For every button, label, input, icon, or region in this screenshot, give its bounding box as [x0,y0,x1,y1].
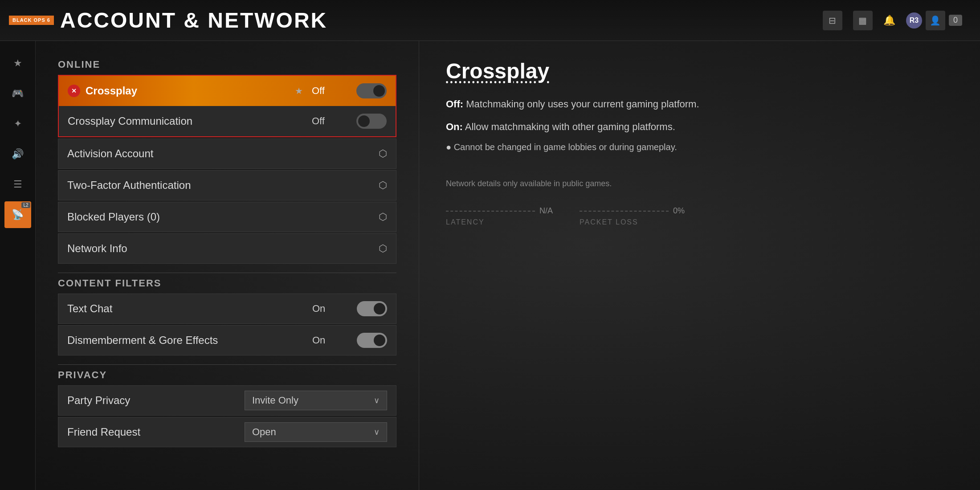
toggle-knob-comm [358,115,370,127]
game-logo: BLACK OPS 6 [9,16,54,24]
blocked-players-label: Blocked Players (0) [67,211,343,223]
friend-request-dropdown[interactable]: Open ∨ [245,422,387,442]
menu-icon[interactable]: ⊟ [823,11,842,30]
star-favorite-icon[interactable]: ★ [295,86,303,96]
controller-icon: 🎮 [12,88,24,99]
text-chat-toggle-knob [374,303,385,314]
sidebar-badge: L2 [21,202,30,208]
text-chat-value: On [312,303,348,314]
notification-area: 🔔 [883,15,895,26]
divider-content-filters [58,273,396,273]
sidebar-item-audio[interactable]: 🔊 [4,141,31,167]
packet-loss-label: PACKET LOSS [580,218,685,226]
latency-dotted-line [446,211,535,212]
sidebar-item-network[interactable]: 📡 L2 [4,201,31,228]
info-title: Crossplay [446,59,953,83]
crossplay-label: ✕ Crossplay [68,85,295,97]
external-link-icon-network: ⬡ [379,243,387,254]
network-note: Network details only available in public… [446,179,953,188]
latency-value: N/A [539,206,553,216]
privacy-section-label: PRIVACY [58,369,396,381]
gore-toggle-knob [374,335,385,346]
sidebar-item-motion[interactable]: ✦ [4,110,31,137]
page-title: ACCOUNT & NETWORK [60,8,327,33]
network-info-row[interactable]: Network Info ⬡ [58,233,396,264]
sidebar-item-interface[interactable]: ☰ [4,171,31,198]
packet-loss-line: 0% [580,206,685,216]
header: BLACK OPS 6 ACCOUNT & NETWORK ⊟ ▦ 🔔 R3 👤… [0,0,980,41]
latency-item: N/A LATENCY [446,206,553,226]
content-filters-label: CONTENT FILTERS [58,278,396,289]
friend-request-value: Open [252,426,367,438]
star-icon: ★ [13,57,22,69]
crossplay-note: Cannot be changed in game lobbies or dur… [446,142,953,152]
two-factor-label: Two-Factor Authentication [67,179,343,192]
crossplay-comm-label: Crossplay Communication [68,115,312,127]
content-area: ONLINE ✕ Crossplay ★ Off [36,41,980,490]
crossplay-off-description: Off: Matchmaking only uses your current … [446,97,953,111]
header-left: BLACK OPS 6 ACCOUNT & NETWORK [9,8,327,33]
latency-line: N/A [446,206,553,216]
divider-privacy [58,364,396,365]
interface-icon: ☰ [13,179,22,190]
profile-area: R3 👤 0 [906,11,962,30]
external-link-icon-blocked: ⬡ [379,211,387,223]
crossplay-toggle[interactable] [356,83,387,98]
settings-panel: ONLINE ✕ Crossplay ★ Off [36,41,419,490]
user-icon[interactable]: 👤 [926,11,945,30]
crossplay-comm-value: Off [312,115,347,127]
gore-label: Dismemberment & Gore Effects [67,334,312,347]
gore-row[interactable]: Dismemberment & Gore Effects On [58,325,396,355]
two-factor-row[interactable]: Two-Factor Authentication ⬡ [58,170,396,200]
crossplay-on-description: On: Allow matchmaking with other gaming … [446,119,953,134]
gore-toggle[interactable] [357,333,387,348]
latency-label: LATENCY [446,218,553,226]
text-chat-toggle[interactable] [357,301,387,316]
info-panel: Crossplay Off: Matchmaking only uses you… [419,41,980,490]
gore-value: On [312,335,348,346]
chevron-down-icon-friend: ∨ [374,427,380,437]
party-privacy-value: Invite Only [252,395,367,406]
latency-bar: N/A LATENCY 0% PACKET LOSS [446,206,953,226]
friend-count: 0 [949,15,962,26]
crossplay-comm-toggle[interactable] [356,114,387,129]
activision-account-row[interactable]: Activision Account ⬡ [58,139,396,169]
packet-loss-dotted-line [580,211,669,212]
packet-loss-item: 0% PACKET LOSS [580,206,685,226]
grid-icon[interactable]: ▦ [853,11,873,30]
crossplay-value: Off [312,85,347,97]
toggle-knob [373,85,385,97]
party-privacy-row[interactable]: Party Privacy Invite Only ∨ [58,385,396,416]
x-icon: ✕ [68,85,80,97]
text-chat-row[interactable]: Text Chat On [58,294,396,324]
sidebar-item-controller[interactable]: 🎮 [4,80,31,107]
bell-icon[interactable]: 🔔 [883,15,895,26]
profile-badge[interactable]: R3 [906,12,922,29]
motion-icon: ✦ [14,118,22,130]
sidebar-item-favorites[interactable]: ★ [4,50,31,77]
network-icon: 📡 [12,209,24,220]
sidebar: ★ 🎮 ✦ 🔊 ☰ 📡 L2 [0,41,36,490]
party-privacy-label: Party Privacy [67,394,245,407]
crossplay-communication-row[interactable]: Crossplay Communication Off [59,106,396,136]
text-chat-label: Text Chat [67,302,312,315]
crossplay-group: ✕ Crossplay ★ Off Crossplay Communicatio… [58,75,396,137]
activision-label: Activision Account [67,147,343,160]
external-link-icon: ⬡ [379,148,387,159]
network-info-label: Network Info [67,242,343,255]
friend-request-row[interactable]: Friend Request Open ∨ [58,417,396,447]
blocked-players-row[interactable]: Blocked Players (0) ⬡ [58,202,396,232]
external-link-icon-2fa: ⬡ [379,180,387,191]
main-layout: ★ 🎮 ✦ 🔊 ☰ 📡 L2 ONLINE [0,41,980,490]
packet-loss-value: 0% [673,206,685,216]
online-section-label: ONLINE [58,59,396,70]
crossplay-row[interactable]: ✕ Crossplay ★ Off [59,76,396,106]
party-privacy-dropdown[interactable]: Invite Only ∨ [245,391,387,410]
friend-request-label: Friend Request [67,426,245,438]
audio-icon: 🔊 [12,148,24,160]
chevron-down-icon: ∨ [374,396,380,405]
header-right: ⊟ ▦ 🔔 R3 👤 0 [823,11,962,30]
